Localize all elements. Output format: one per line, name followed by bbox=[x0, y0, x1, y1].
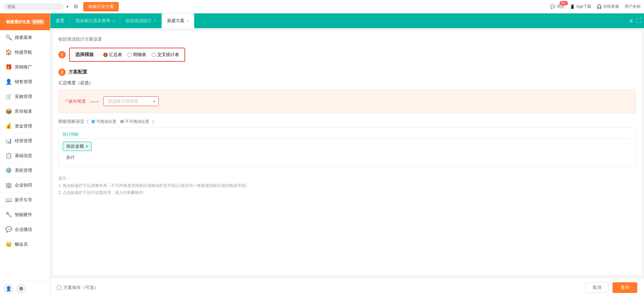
metric-tag-label: 收款金额 bbox=[66, 143, 84, 149]
legend-fixed-label: 不可拖动位置 bbox=[125, 119, 149, 125]
sidebar-item-inventory[interactable]: 📦 库存核算 bbox=[0, 104, 50, 119]
industry-btn[interactable]: 体验行业方案 bbox=[83, 2, 119, 11]
sidebar-item-label: 快捷导航 bbox=[15, 49, 32, 55]
step2-header: 2 方案配置 bbox=[58, 68, 636, 76]
metrics-section: 模板指标设定（ 可拖动位置 不可拖动位置 bbox=[58, 118, 636, 168]
sidebar-item-smart-hardware[interactable]: 🔧 智能硬件 bbox=[0, 207, 50, 222]
radio-summary[interactable]: 汇总表 bbox=[103, 52, 122, 58]
sidebar-item-system[interactable]: ⚙️ 系统管理 bbox=[0, 163, 50, 178]
legend-draggable-label: 可拖动位置 bbox=[96, 119, 116, 125]
radio-crosstab-input[interactable] bbox=[152, 53, 156, 57]
sidebar-item-label: 畅会员 bbox=[15, 241, 28, 247]
save-checkbox[interactable] bbox=[57, 286, 61, 290]
message-btn[interactable]: 💬 消息 99+ bbox=[550, 4, 565, 9]
step1-label: 选择模板 bbox=[75, 52, 94, 58]
radio-detail-label: 明细表 bbox=[133, 52, 146, 58]
radio-summary-input[interactable] bbox=[103, 53, 108, 57]
metric-total-label: 合计 bbox=[63, 153, 78, 162]
radio-detail[interactable]: 明细表 bbox=[127, 52, 146, 58]
top-bar-left: ▾ ⚙ 体验行业方案 bbox=[3, 2, 550, 11]
tab-receipts[interactable]: 收款情况统计 × bbox=[120, 13, 161, 28]
dimension-area: 纵向维度 —— 请选择分组维度 bbox=[58, 89, 636, 113]
tab-receipts-close[interactable]: × bbox=[154, 19, 156, 23]
sidebar-item-label: 搜索菜单 bbox=[15, 35, 32, 41]
sidebar-item-label: 智能硬件 bbox=[15, 212, 32, 218]
sidebar-item-operations[interactable]: 📊 经营管理 bbox=[0, 134, 50, 148]
metrics-header: 模板指标设定（ 可拖动位置 不可拖动位置 bbox=[58, 118, 636, 125]
tab-receipts-label: 收款情况统计 bbox=[125, 18, 152, 24]
tab-cashflow-close[interactable]: × bbox=[112, 19, 114, 23]
download-btn[interactable]: 📱 App下载 bbox=[570, 4, 591, 9]
tab-new-plan-close[interactable]: × bbox=[186, 19, 189, 23]
save-option[interactable]: 方案保存（可选） bbox=[57, 285, 98, 291]
sidebar-item-finance[interactable]: 💰 资金管理 bbox=[0, 119, 50, 134]
service-btn[interactable]: 🎧 在线客服 bbox=[597, 4, 619, 9]
metrics-area: 统计指标 收款金额 ▾ 合计 bbox=[58, 127, 636, 168]
tab-fullscreen-icon[interactable]: ⛶ bbox=[636, 18, 641, 24]
tips-title: 提示： bbox=[58, 176, 70, 181]
sidebar-item-search-menu[interactable]: 🔍 搜索菜单 bbox=[0, 30, 50, 45]
sidebar-item-enterprise-wechat[interactable]: 💬 企业微信 bbox=[0, 222, 50, 237]
tab-bar-actions: ✕ ⛶ bbox=[629, 18, 644, 24]
sidebar-item-label: 企业协同 bbox=[15, 182, 32, 188]
step1-badge: 1 bbox=[58, 51, 66, 58]
metrics-category-label: 统计指标 bbox=[63, 132, 632, 139]
service-icon: 🎧 bbox=[597, 4, 602, 9]
logo-text: 畅捷通好生意 bbox=[6, 19, 30, 25]
page-footer: 方案保存（可选） 取消 查询 bbox=[50, 278, 644, 297]
operations-icon: 📊 bbox=[5, 138, 12, 144]
sidebar-item-label: 采购管理 bbox=[15, 94, 32, 100]
tab-new-plan-label: 新建方案 bbox=[167, 18, 184, 24]
metric-tag-receipt-amount[interactable]: 收款金额 ▾ bbox=[63, 142, 92, 151]
tab-new-plan[interactable]: 新建方案 × bbox=[162, 13, 194, 28]
page-content: 收款情况统计方案设置 1 选择模板 汇总表 bbox=[50, 28, 644, 278]
tab-cashflow[interactable]: 现金银行流水查询 × bbox=[70, 13, 120, 28]
save-label: 方案保存（可选） bbox=[63, 285, 98, 291]
inventory-icon: 📦 bbox=[5, 108, 12, 114]
dimension-arrow: —— bbox=[90, 99, 99, 104]
sidebar-item-label: 资金管理 bbox=[15, 123, 32, 129]
metric-tag-dropdown-icon[interactable]: ▾ bbox=[86, 144, 88, 149]
settings-icon[interactable]: ⚙ bbox=[71, 2, 80, 11]
smart-hardware-icon: 🔧 bbox=[5, 211, 12, 218]
tab-home-label: 首页 bbox=[56, 18, 64, 24]
search-input[interactable] bbox=[3, 3, 64, 10]
radio-group: 汇总表 明细表 交叉统计表 bbox=[103, 52, 179, 58]
download-icon: 📱 bbox=[570, 4, 575, 9]
sidebar-item-purchase[interactable]: 🛒 采购管理 bbox=[0, 89, 50, 104]
sidebar: 畅捷通好生意 标准版 🔍 搜索菜单 🏠 快捷导航 🎁 营销推广 👤 销售管理 🛒… bbox=[0, 13, 50, 297]
sidebar-item-label: 企业微信 bbox=[15, 227, 32, 233]
sidebar-item-marketing[interactable]: 🎁 营销推广 bbox=[0, 60, 50, 75]
sidebar-item-label: 基础信息 bbox=[15, 153, 32, 159]
sidebar-item-label: 库存核算 bbox=[15, 108, 32, 114]
tab-close-all-icon[interactable]: ✕ bbox=[629, 18, 633, 24]
cancel-button[interactable]: 取消 bbox=[586, 282, 608, 293]
content-area: 首页 现金银行流水查询 × 收款情况统计 × 新建方案 × ✕ ⛶ bbox=[50, 13, 644, 297]
sidebar-item-newbie[interactable]: 📖 新手引导 bbox=[0, 193, 50, 207]
radio-crosstab[interactable]: 交叉统计表 bbox=[152, 52, 179, 58]
metrics-title-end: ） bbox=[152, 118, 156, 125]
dropdown-arrow[interactable]: ▾ bbox=[66, 4, 68, 9]
top-bar-right: 💬 消息 99+ 📱 App下载 🎧 在线客服 用户名称 bbox=[550, 4, 641, 9]
sidebar-item-basic-info[interactable]: 📋 基础信息 bbox=[0, 148, 50, 163]
metrics-legend: 可拖动位置 不可拖动位置 bbox=[92, 119, 149, 125]
sidebar-item-sales[interactable]: 👤 销售管理 bbox=[0, 75, 50, 89]
query-button[interactable]: 查询 bbox=[612, 282, 637, 293]
quick-nav-icon: 🏠 bbox=[5, 49, 12, 55]
dimension-select[interactable]: 请选择分组维度 bbox=[103, 96, 159, 106]
sidebar-bottom: 👤 ⚙ bbox=[0, 280, 50, 297]
message-badge: 99+ bbox=[559, 1, 568, 5]
page-inner: 收款情况统计方案设置 1 选择模板 汇总表 bbox=[53, 31, 641, 275]
sidebar-item-label: 销售管理 bbox=[15, 79, 32, 85]
sidebar-item-member[interactable]: 👑 畅会员 bbox=[0, 237, 50, 252]
radio-detail-input[interactable] bbox=[127, 53, 132, 57]
sidebar-bottom-icon2[interactable]: ⚙ bbox=[16, 284, 26, 294]
tip-item-2: 2. 点击标题栏下拉可设置排序、插入列和删除列 bbox=[58, 189, 636, 197]
sidebar-bottom-icon1[interactable]: 👤 bbox=[3, 284, 13, 294]
tips-section: 提示： 1. 拖动标题栏可以调整布局，不可跨维度或指标区域拖动栏目字段(只能在同… bbox=[58, 175, 636, 197]
sidebar-item-quick-nav[interactable]: 🏠 快捷导航 bbox=[0, 45, 50, 60]
tab-home[interactable]: 首页 bbox=[50, 13, 70, 28]
dimension-row: 纵向维度 —— 请选择分组维度 bbox=[65, 96, 629, 106]
user-name[interactable]: 用户名称 bbox=[625, 4, 641, 9]
sidebar-item-enterprise-coop[interactable]: 🏢 企业协同 bbox=[0, 178, 50, 193]
